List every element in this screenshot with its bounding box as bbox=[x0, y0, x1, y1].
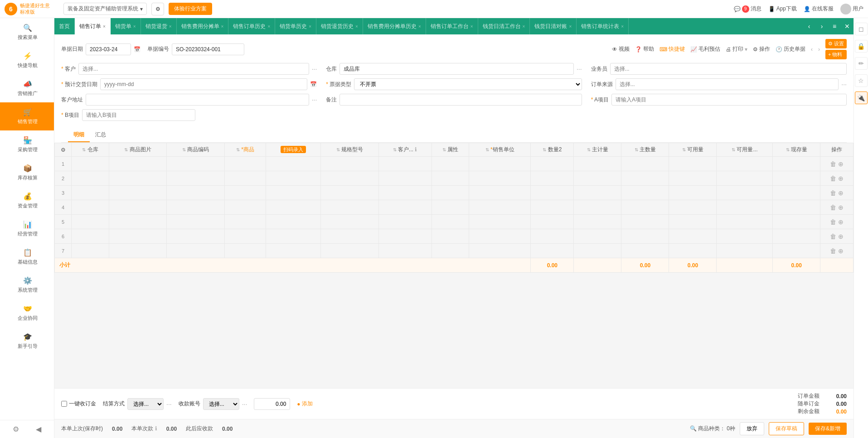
sidebar-settings-btn[interactable]: ⚙ bbox=[13, 425, 19, 433]
tab-detail[interactable]: 明细 bbox=[68, 128, 90, 142]
a-project-input[interactable] bbox=[611, 94, 847, 106]
tab-sales-return[interactable]: 销货退货 × bbox=[141, 18, 177, 34]
delete-row-btn[interactable]: 🗑 bbox=[830, 189, 836, 197]
sidebar-item-sales[interactable]: 🛒 销售管理 bbox=[0, 102, 54, 130]
delete-row-btn[interactable]: 🗑 bbox=[830, 160, 836, 168]
history-btn[interactable]: 🕐 历史单据 bbox=[776, 45, 805, 53]
delete-row-btn[interactable]: 🗑 bbox=[830, 218, 836, 226]
table-wrapper[interactable]: ⚙ ⇅ 仓库 ⇅ 商品图片 ⇅ 商品编码 ⇅ *商品 扫码录入 ⇅ 规格型号 ⇅… bbox=[54, 143, 853, 388]
industry-btn[interactable]: 体验行业方案 bbox=[169, 3, 212, 15]
close-icon[interactable]: × bbox=[103, 24, 106, 29]
close-icon[interactable]: × bbox=[470, 24, 473, 29]
tab-sales-return-history[interactable]: 销货退货历史 × bbox=[316, 18, 363, 34]
tab-sales-stats[interactable]: 销售订单统计表 × bbox=[577, 18, 629, 34]
order-source-input[interactable] bbox=[616, 78, 839, 90]
sidebar-item-basic[interactable]: 📋 基础信息 bbox=[0, 243, 54, 271]
save-new-btn[interactable]: 保存&新增 bbox=[809, 423, 847, 435]
discard-btn[interactable]: 放弃 bbox=[740, 422, 764, 435]
copy-row-btn[interactable]: ⊕ bbox=[838, 160, 844, 168]
tab-prev-btn[interactable]: ‹ bbox=[803, 18, 815, 34]
sidebar-item-inventory[interactable]: 📦 库存核算 bbox=[0, 159, 54, 187]
sidebar-item-finance[interactable]: 💰 资金管理 bbox=[0, 187, 54, 215]
help-btn[interactable]: ❓ 帮助 bbox=[635, 45, 654, 53]
system-title[interactable]: 装备及固定资产辅助管理系统 ▾ bbox=[63, 3, 147, 15]
nav-prev[interactable]: ‹ bbox=[811, 46, 813, 53]
col-warehouse[interactable]: ⇅ 仓库 bbox=[72, 143, 109, 157]
sidebar-item-system[interactable]: ⚙️ 系统管理 bbox=[0, 271, 54, 299]
col-unit[interactable]: ⇅ *销售单位 bbox=[469, 143, 531, 157]
close-icon[interactable]: × bbox=[221, 24, 224, 29]
settings-action-btn[interactable]: ⚙ 设置 bbox=[825, 39, 847, 48]
tab-sales-fee-history[interactable]: 销售费用分摊单历史 × bbox=[363, 18, 426, 34]
copy-row-btn[interactable]: ⊕ bbox=[838, 233, 844, 240]
order-source-more-btn[interactable]: ··· bbox=[841, 81, 847, 88]
tab-sales-order-history[interactable]: 销售订单历史 × bbox=[228, 18, 275, 34]
col-settings[interactable]: ⚙ bbox=[55, 143, 72, 157]
close-icon[interactable]: × bbox=[569, 24, 572, 29]
sidebar-item-quicknav[interactable]: ⚡ 快捷导航 bbox=[0, 46, 54, 74]
right-btn-plugin[interactable]: 🔌 bbox=[855, 91, 868, 104]
delivery-date-input[interactable] bbox=[100, 78, 307, 90]
tab-next-btn[interactable]: › bbox=[815, 18, 828, 34]
nav-next[interactable]: › bbox=[818, 46, 820, 53]
col-main-qty[interactable]: ⇅ 主数量 bbox=[621, 143, 669, 157]
tab-cash-workspace[interactable]: 钱货日清工作台 × bbox=[478, 18, 530, 34]
col-available2[interactable]: ⇅ 可用量... bbox=[717, 143, 773, 157]
tab-cash-reconcile[interactable]: 钱货日清对账 × bbox=[530, 18, 577, 34]
b-project-input[interactable] bbox=[82, 109, 195, 121]
add-product-btn[interactable]: + 物料 bbox=[825, 50, 847, 59]
address-input[interactable] bbox=[86, 94, 309, 106]
sidebar-item-guide[interactable]: 🎓 新手引导 bbox=[0, 327, 54, 355]
tab-sales-history[interactable]: 销货单历史 × bbox=[275, 18, 316, 34]
col-available[interactable]: ⇅ 可用量 bbox=[669, 143, 717, 157]
warehouse-input[interactable] bbox=[339, 63, 574, 75]
customer-input[interactable] bbox=[78, 63, 309, 75]
sidebar-item-enterprise[interactable]: 🤝 企业协同 bbox=[0, 299, 54, 327]
receipt-amount-input[interactable] bbox=[254, 398, 290, 410]
sidebar-item-marketing[interactable]: 📣 营销推广 bbox=[0, 74, 54, 102]
right-btn-star[interactable]: ☆ bbox=[855, 74, 868, 87]
copy-row-btn[interactable]: ⊕ bbox=[838, 189, 844, 197]
receipt-account-select[interactable]: 选择... bbox=[203, 398, 239, 410]
close-icon[interactable]: × bbox=[267, 24, 270, 29]
payment-method-select[interactable]: 选择... bbox=[127, 398, 164, 410]
online-service-btn[interactable]: 👤 在线客服 bbox=[804, 5, 834, 13]
calendar-icon[interactable]: 📅 bbox=[134, 46, 141, 53]
col-spec[interactable]: ⇅ 规格型号 bbox=[321, 143, 378, 157]
delete-row-btn[interactable]: 🗑 bbox=[830, 204, 836, 211]
one-click-checkbox[interactable] bbox=[61, 401, 67, 407]
col-product[interactable]: ⇅ *商品 bbox=[224, 143, 266, 157]
copy-row-btn[interactable]: ⊕ bbox=[838, 204, 844, 211]
col-scan[interactable]: 扫码录入 bbox=[266, 143, 321, 157]
col-current-stock[interactable]: ⇅ 现存量 bbox=[773, 143, 820, 157]
col-attribute[interactable]: ⇅ 属性 bbox=[432, 143, 469, 157]
tab-sales-order-workspace[interactable]: 销售订单工作台 × bbox=[426, 18, 478, 34]
note-input[interactable] bbox=[339, 94, 582, 106]
user-btn[interactable]: 用户 bbox=[840, 4, 863, 14]
save-draft-btn[interactable]: 保存草稿 bbox=[769, 422, 804, 435]
print-btn[interactable]: 🖨 打印 ▾ bbox=[726, 45, 747, 53]
add-receipt-btn[interactable]: ● 添加 bbox=[297, 400, 312, 408]
operation-btn[interactable]: ⚙ 操作 bbox=[753, 45, 770, 53]
col-image[interactable]: ⇅ 商品图片 bbox=[109, 143, 166, 157]
close-icon[interactable]: × bbox=[523, 24, 525, 29]
calendar2-icon[interactable]: 📅 bbox=[310, 81, 317, 87]
right-btn-1[interactable]: ◻ bbox=[855, 23, 868, 35]
delete-row-btn[interactable]: 🗑 bbox=[830, 233, 836, 240]
tab-sales[interactable]: 销货单 × bbox=[111, 18, 141, 34]
col-qty2[interactable]: ⇅ 数量2 bbox=[531, 143, 574, 157]
sidebar-collapse-btn[interactable]: ◀ bbox=[36, 425, 41, 433]
order-no-input[interactable] bbox=[172, 43, 244, 55]
delete-row-btn[interactable]: 🗑 bbox=[830, 175, 836, 182]
tab-close-btn[interactable]: ✕ bbox=[841, 18, 853, 34]
close-icon[interactable]: × bbox=[621, 24, 624, 29]
close-icon[interactable]: × bbox=[309, 24, 311, 29]
sidebar-item-search[interactable]: 🔍 搜索菜单 bbox=[0, 18, 54, 46]
info-icon[interactable]: ℹ bbox=[415, 146, 417, 153]
app-download-btn[interactable]: 📱 App下载 bbox=[768, 5, 797, 13]
warehouse-more-btn[interactable]: ··· bbox=[577, 65, 582, 72]
col-code[interactable]: ⇅ 商品编码 bbox=[167, 143, 224, 157]
close-icon[interactable]: × bbox=[169, 24, 172, 29]
address-more-btn[interactable]: ··· bbox=[312, 96, 317, 103]
copy-row-btn[interactable]: ⊕ bbox=[838, 218, 844, 226]
